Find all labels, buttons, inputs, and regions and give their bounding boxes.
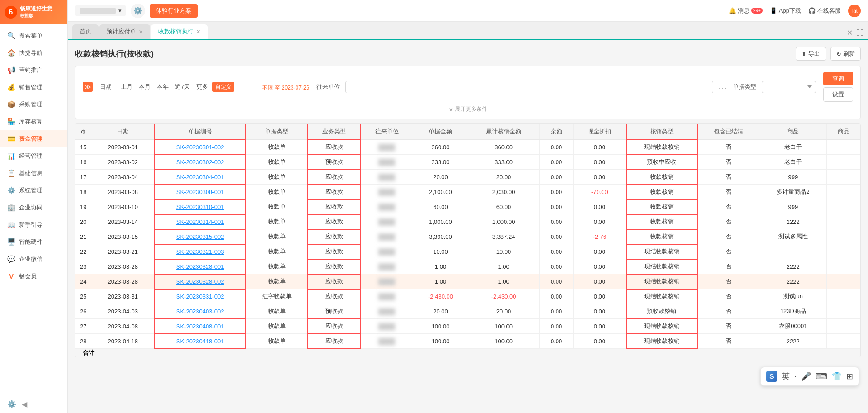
date-opt-more[interactable]: 更多 (194, 82, 210, 92)
sidebar-item-purchase[interactable]: 📦 采购管理 (0, 96, 67, 113)
cell-voucher-no[interactable]: SK-20230328-002 (155, 274, 246, 289)
cell-amount: 1,000.00 (413, 214, 468, 229)
ime-apps-btn[interactable]: ⊞ (846, 371, 853, 381)
table-row: 202023-03-14SK-20230314-001收款单应收款████1,0… (75, 214, 860, 229)
sidebar-item-wechat[interactable]: 💬 企业微信 (0, 251, 67, 268)
sidebar-item-system[interactable]: ⚙️ 系统管理 (0, 182, 67, 199)
sidebar-item-search[interactable]: 🔍 搜索菜单 (0, 27, 67, 44)
cell-voucher-no[interactable]: SK-20230301-002 (155, 140, 246, 155)
settings-button[interactable]: ⚙️ (131, 4, 145, 18)
cell-goods2 (827, 185, 860, 199)
sidebar-item-enterprise[interactable]: 🏢 企业协同 (0, 199, 67, 216)
cell-voucher-no[interactable]: SK-20230331-002 (155, 289, 246, 304)
cell-partner: ████ (360, 229, 413, 244)
sidebar-item-quicknav[interactable]: 🏠 快捷导航 (0, 44, 67, 62)
date-opt-7days[interactable]: 近7天 (173, 82, 192, 92)
ime-dot-btn[interactable]: · (794, 372, 797, 381)
sales-icon: 💰 (7, 83, 15, 91)
cell-cash-discount: 0.00 (573, 244, 626, 259)
refresh-button[interactable]: ↻ 刷新 (830, 47, 861, 61)
cell-voucher-no[interactable]: SK-20230304-001 (155, 170, 246, 185)
more-filters-dots[interactable]: ... (719, 83, 727, 91)
cell-seq: 19 (75, 199, 91, 214)
close-tab-button[interactable]: ✕ (847, 28, 853, 37)
tab-prepay-close[interactable]: ✕ (139, 29, 143, 35)
industry-solution-button[interactable]: 体验行业方案 (150, 4, 198, 18)
ime-mic-btn[interactable]: 🎤 (801, 371, 811, 381)
sidebar-item-sales[interactable]: 💰 销售管理 (0, 79, 67, 96)
page-header: 收款核销执行(按收款) ⬆ 导出 ↻ 刷新 (75, 47, 861, 61)
sidebar-item-hardware[interactable]: 🖥️ 智能硬件 (0, 233, 67, 251)
online-service-item[interactable]: 🎧 在线客服 (808, 7, 841, 15)
export-button[interactable]: ⬆ 导出 (796, 47, 826, 61)
cell-goods2 (827, 229, 860, 244)
notifications-item[interactable]: 🔔 消息 99+ (729, 7, 763, 15)
avatar[interactable]: Rit (848, 5, 861, 17)
voucher-type-select[interactable] (762, 81, 816, 93)
cell-voucher-no[interactable]: SK-20230321-003 (155, 244, 246, 259)
date-opt-this-year[interactable]: 本年 (155, 82, 170, 92)
cell-goods1: 多计量商品2 (760, 185, 827, 199)
cell-voucher-no[interactable]: SK-20230328-001 (155, 259, 246, 274)
sidebar-item-marketing[interactable]: 📢 营销推广 (0, 62, 67, 79)
query-button[interactable]: 查询 (823, 72, 853, 85)
sidebar-item-member[interactable]: V 畅会员 (0, 268, 67, 285)
expand-more-conditions[interactable]: ∨ 展开更多条件 (83, 105, 853, 113)
collapse-icon[interactable]: ◀ (22, 400, 27, 408)
sidebar-item-guide[interactable]: 📖 新手引导 (0, 216, 67, 233)
cell-voucher-no[interactable]: SK-20230302-002 (155, 155, 246, 170)
table-wrapper: ⚙ 日期 单据编号 单据类型 业务类型 往来单位 单据金额 累计核销金额 余额 … (75, 123, 861, 357)
cell-seq: 16 (75, 155, 91, 170)
col-settings[interactable]: ⚙ (75, 124, 91, 140)
ime-keyboard-btn[interactable]: ⌨ (816, 371, 827, 381)
cell-voucher-type: 收款单 (246, 214, 308, 229)
sidebar-item-operations[interactable]: 📊 经营管理 (0, 147, 67, 165)
date-opt-this-month[interactable]: 本月 (137, 82, 152, 92)
custom-date-button[interactable]: 自定义 (212, 82, 234, 92)
cell-balance: 0.00 (539, 155, 573, 170)
ime-skin-btn[interactable]: 👕 (832, 371, 842, 381)
cell-goods1: 衣服00001 (760, 319, 827, 334)
app-download-item[interactable]: 📱 App下载 (770, 7, 801, 15)
cell-voucher-no[interactable]: SK-20230315-002 (155, 229, 246, 244)
workspace-selector[interactable]: ▾ (75, 5, 126, 16)
cell-partner: ████ (360, 199, 413, 214)
system-icon: ⚙️ (7, 186, 15, 195)
cell-voucher-no[interactable]: SK-20230314-001 (155, 214, 246, 229)
cell-voucher-type: 收款单 (246, 199, 308, 214)
cell-include-settled: 否 (698, 334, 760, 349)
ime-text-btn[interactable]: 英 (782, 371, 790, 382)
date-opt-last-month[interactable]: 上月 (119, 82, 134, 92)
table-scroll[interactable]: ⚙ 日期 单据编号 单据类型 业务类型 往来单位 单据金额 累计核销金额 余额 … (75, 124, 860, 357)
cell-goods2 (827, 259, 860, 274)
cell-voucher-no[interactable]: SK-20230403-002 (155, 304, 246, 319)
tab-home[interactable]: 首页 (72, 24, 99, 39)
cell-cumulative: 100.00 (468, 319, 539, 334)
cell-biz-type: 应收款 (308, 319, 361, 334)
tab-collection[interactable]: 收款核销执行 ✕ (151, 24, 208, 39)
filter-expand-button[interactable]: ≫ (83, 82, 93, 92)
cell-voucher-no[interactable]: SK-20230308-001 (155, 185, 246, 199)
sidebar-item-finance[interactable]: 💳 资金管理 (0, 130, 67, 147)
cell-balance: 0.00 (539, 244, 573, 259)
maximize-button[interactable]: ⛶ (856, 29, 863, 37)
cell-voucher-no[interactable]: SK-20230408-001 (155, 319, 246, 334)
cell-voucher-no[interactable]: SK-20230310-001 (155, 199, 246, 214)
tab-collection-close[interactable]: ✕ (196, 29, 200, 35)
sidebar-item-label: 基础信息 (19, 169, 42, 177)
sidebar-item-basics[interactable]: 📋 基础信息 (0, 165, 67, 182)
column-settings-button[interactable]: 设置 (823, 87, 853, 102)
cell-balance: 0.00 (539, 289, 573, 304)
cell-balance: 0.00 (539, 214, 573, 229)
cell-voucher-no[interactable]: SK-20230418-001 (155, 334, 246, 349)
enterprise-icon: 🏢 (7, 204, 15, 212)
sidebar-item-label: 采购管理 (19, 100, 42, 109)
settings-icon[interactable]: ⚙️ (7, 400, 16, 408)
sidebar-item-inventory[interactable]: 🏪 库存核算 (0, 113, 67, 130)
notifications-label: 消息 (738, 7, 750, 15)
sidebar-item-label: 营销推广 (19, 66, 42, 74)
tab-prepay[interactable]: 预计应付单 ✕ (99, 24, 150, 39)
cell-voucher-type: 收款单 (246, 244, 308, 259)
col-amount: 单据金额 (413, 124, 468, 140)
partner-input[interactable] (345, 81, 713, 93)
